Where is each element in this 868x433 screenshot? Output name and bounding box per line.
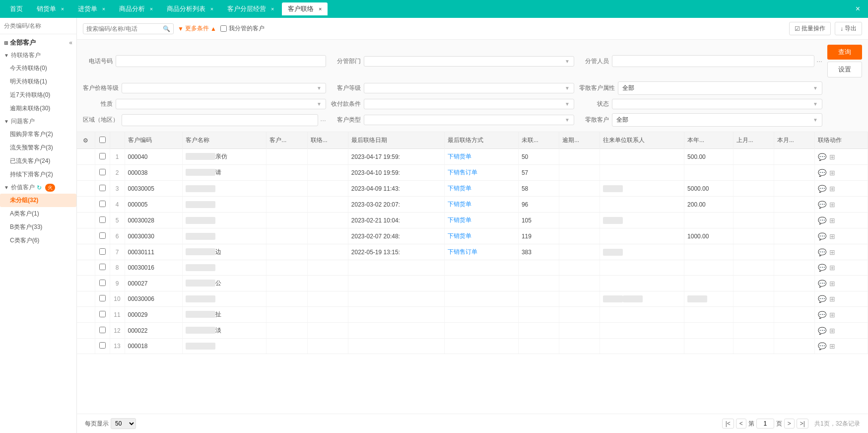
row-checkbox[interactable] — [99, 311, 106, 317]
sidebar-item-today[interactable]: 今天待联络(0) — [0, 62, 76, 75]
sidebar-group-value[interactable]: ▼ 价值客户 ↻ 火 — [0, 181, 76, 194]
row-checkbox[interactable] — [99, 201, 106, 207]
nature-select[interactable]: ▼ — [116, 99, 326, 109]
phone-input[interactable] — [116, 55, 326, 67]
sidebar-item-warning[interactable]: 流失预警客户(3) — [0, 141, 76, 154]
th-name[interactable]: 客户名称 — [182, 132, 267, 149]
refresh-icon[interactable]: ↻ — [37, 184, 42, 191]
td-checkbox[interactable] — [95, 339, 110, 354]
sidebar-item-abnormal[interactable]: 囤购异常客户(2) — [0, 128, 76, 141]
td-checkbox[interactable] — [95, 276, 110, 291]
chat-icon[interactable]: 💬 — [818, 327, 826, 335]
export-button[interactable]: ↓ 导出 — [835, 22, 862, 35]
sidebar-group-problem[interactable]: ▼ 问题客户 — [0, 115, 76, 128]
dept-select[interactable]: ▼ — [364, 56, 574, 67]
th-contact[interactable]: 联络... — [307, 132, 348, 149]
sidebar-item-class-c[interactable]: C类客户(6) — [0, 234, 76, 247]
grid-action-icon[interactable]: ⊞ — [829, 295, 835, 303]
row-checkbox[interactable] — [99, 295, 106, 301]
last-method-link[interactable]: 下销货单 — [448, 185, 471, 192]
current-page-input[interactable] — [756, 419, 774, 429]
row-checkbox[interactable] — [99, 280, 106, 286]
grid-action-icon[interactable]: ⊞ — [829, 280, 835, 288]
chat-icon[interactable]: 💬 — [818, 201, 826, 209]
sidebar-item-lost[interactable]: 已流失客户(24) — [0, 154, 76, 168]
td-checkbox[interactable] — [95, 260, 110, 276]
nav-tab-customer-contact[interactable]: 客户联络 × — [282, 2, 328, 15]
td-checkbox[interactable] — [95, 197, 110, 213]
close-customer-contact-icon[interactable]: × — [319, 6, 322, 12]
chat-icon[interactable]: 💬 — [818, 216, 826, 224]
last-method-link[interactable]: 下销售订单 — [448, 248, 477, 255]
row-checkbox[interactable] — [99, 185, 106, 191]
chat-icon[interactable]: 💬 — [818, 295, 826, 303]
sidebar-item-7days[interactable]: 近7天待联络(0) — [0, 88, 76, 102]
td-checkbox[interactable] — [95, 323, 110, 339]
th-last-method[interactable]: 最后联络方式 — [445, 132, 519, 149]
sidebar-item-class-a[interactable]: A类客户(1) — [0, 207, 76, 220]
sidebar-item-declining[interactable]: 持续下滑客户(2) — [0, 168, 76, 181]
close-purchase-icon[interactable]: × — [102, 6, 105, 12]
th-checkbox[interactable] — [95, 132, 110, 149]
td-checkbox[interactable] — [95, 149, 110, 165]
chat-icon[interactable]: 💬 — [818, 248, 826, 256]
th-not-contacted[interactable]: 未联... — [518, 132, 559, 149]
th-contact-person[interactable]: 往来单位联系人 — [600, 132, 684, 149]
th-last-month[interactable]: 上月... — [733, 132, 774, 149]
row-checkbox[interactable] — [99, 264, 106, 270]
last-method-link[interactable]: 下销货单 — [448, 201, 471, 208]
grid-action-icon[interactable]: ⊞ — [829, 185, 835, 193]
chat-icon[interactable]: 💬 — [818, 185, 826, 193]
nav-tab-analysis-list[interactable]: 商品分析列表 × — [161, 2, 219, 15]
reset-button[interactable]: 设置 — [827, 62, 862, 77]
sidebar-group-pending[interactable]: ▼ 待联络客户 — [0, 49, 76, 62]
grid-action-icon[interactable]: ⊞ — [829, 248, 835, 256]
region-dots[interactable]: ··· — [320, 116, 326, 124]
sidebar-search-input[interactable] — [4, 22, 77, 29]
grid-action-icon[interactable]: ⊞ — [829, 232, 835, 240]
th-type[interactable]: 客户... — [267, 132, 307, 149]
grid-action-icon[interactable]: ⊞ — [829, 327, 835, 335]
row-checkbox[interactable] — [99, 327, 106, 333]
scatter-select[interactable]: 全部 ▼ — [612, 113, 822, 127]
grid-action-icon[interactable]: ⊞ — [829, 153, 835, 161]
select-all-checkbox[interactable] — [99, 137, 106, 143]
grid-action-icon[interactable]: ⊞ — [829, 264, 835, 272]
last-method-link[interactable]: 下销售订单 — [448, 169, 477, 176]
last-method-link[interactable]: 下销货单 — [448, 153, 471, 160]
chat-icon[interactable]: 💬 — [818, 169, 826, 177]
td-checkbox[interactable] — [95, 244, 110, 260]
last-method-link[interactable]: 下销货单 — [448, 216, 471, 223]
th-last-date[interactable]: 最后联络日期 — [348, 132, 444, 149]
all-customers-header[interactable]: ⊞ 全部客户 « — [0, 34, 76, 49]
status-select[interactable]: ▼ — [612, 99, 822, 109]
chat-icon[interactable]: 💬 — [818, 311, 826, 319]
row-checkbox[interactable] — [99, 232, 106, 239]
grid-action-icon[interactable]: ⊞ — [829, 311, 835, 319]
td-checkbox[interactable] — [95, 291, 110, 307]
grid-action-icon[interactable]: ⊞ — [829, 201, 835, 209]
close-analysis-icon[interactable]: × — [150, 6, 153, 12]
sidebar-item-class-b[interactable]: B类客户(33) — [0, 220, 76, 234]
th-overdue[interactable]: 逾期... — [559, 132, 600, 149]
chat-icon[interactable]: 💬 — [818, 232, 826, 240]
chat-icon[interactable]: 💬 — [818, 264, 826, 272]
row-checkbox[interactable] — [99, 153, 106, 159]
nav-tab-sales[interactable]: 销货单 × — [31, 2, 70, 15]
td-checkbox[interactable] — [95, 165, 110, 181]
nav-home[interactable]: 首页 — [4, 2, 29, 15]
nav-tab-customer-mgmt[interactable]: 客户分层经营 × — [221, 2, 280, 15]
region-input[interactable] — [122, 114, 318, 126]
last-method-link[interactable]: 下销货单 — [448, 232, 471, 239]
person-dots[interactable]: ··· — [816, 57, 822, 65]
th-this-year[interactable]: 本年... — [684, 132, 734, 149]
price-level-select[interactable]: ▼ — [122, 83, 326, 93]
td-checkbox[interactable] — [95, 213, 110, 228]
grid-action-icon[interactable]: ⊞ — [829, 216, 835, 224]
grid-action-icon[interactable]: ⊞ — [829, 169, 835, 177]
row-checkbox[interactable] — [99, 169, 106, 175]
payment-select[interactable]: ▼ — [364, 99, 574, 109]
batch-ops-button[interactable]: ☑ 批量操作 — [789, 22, 831, 35]
last-page-button[interactable]: >| — [797, 419, 808, 429]
person-input[interactable] — [612, 55, 814, 67]
